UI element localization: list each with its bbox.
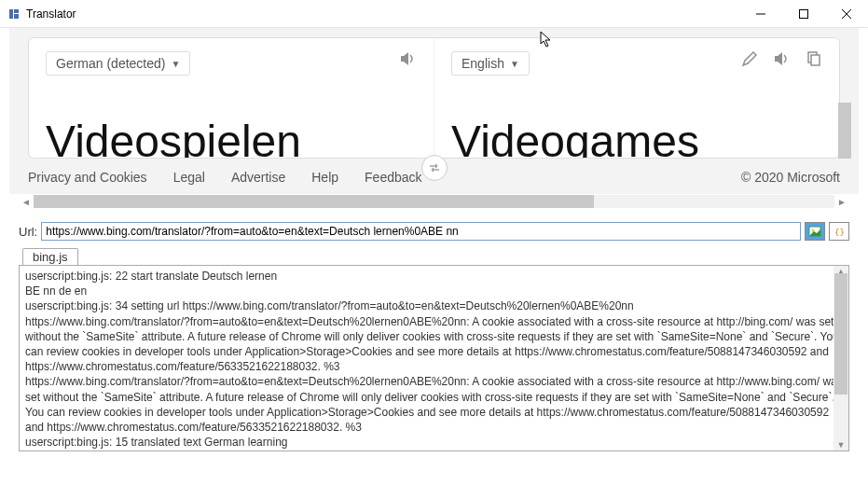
titlebar: Translator [0,0,868,28]
footer-link-advertise[interactable]: Advertise [231,170,285,185]
speaker-icon[interactable] [398,49,417,68]
console-scroll-thumb[interactable] [834,273,847,395]
console-line: BE nn old size 21 0 [25,450,843,451]
scroll-track[interactable] [34,195,834,208]
tab-bingjs[interactable]: bing.js [22,248,78,265]
copy-icon[interactable] [804,49,822,68]
app-icon [7,7,21,21]
tab-row: bing.js [22,248,849,265]
target-text: Videogames [451,116,699,159]
scroll-right-arrow[interactable]: ► [834,197,849,207]
url-row: Url: {} [19,222,849,241]
footer-copyright: © 2020 Microsoft [741,170,840,185]
console-line: userscript:bing.js: 34 setting url https… [25,298,843,313]
chevron-down-icon: ▼ [510,59,519,69]
svg-rect-4 [800,9,808,18]
devtools-icon[interactable]: {} [829,222,849,241]
console-line: userscript:bing.js: 22 start translate D… [25,269,843,284]
svg-rect-0 [9,9,13,19]
horizontal-scrollbar[interactable]: ◄ ► [19,194,849,209]
screenshot-icon[interactable] [805,222,825,241]
console-line: https://www.bing.com/translator/?from=au… [25,314,843,375]
source-text[interactable]: Videospielen [46,116,301,159]
vertical-scrollbar-thumb[interactable] [838,103,851,159]
svg-rect-2 [14,14,19,19]
console-line: BE nn de en [25,284,843,298]
source-pane: German (detected) ▼ Videospielen [29,38,434,158]
source-language-label: German (detected) [56,56,166,71]
footer-link-legal[interactable]: Legal [173,170,205,185]
console-scrollbar[interactable]: ▲ ▼ [834,266,848,450]
console-output[interactable]: userscript:bing.js: 22 start translate D… [19,265,849,451]
scroll-down-arrow[interactable]: ▼ [834,439,848,450]
pencil-icon[interactable] [740,49,759,68]
svg-rect-1 [14,9,19,13]
chevron-down-icon: ▼ [172,59,181,69]
url-label: Url: [19,225,37,239]
footer-link-feedback[interactable]: Feedback [365,170,421,185]
translator-panel: German (detected) ▼ Videospielen English… [9,28,859,194]
target-language-label: English [462,56,504,71]
speaker-icon[interactable] [772,49,791,68]
target-language-select[interactable]: English ▼ [451,51,530,76]
maximize-button[interactable] [782,0,825,27]
window-title: Translator [26,7,739,21]
close-button[interactable] [825,0,868,27]
url-input[interactable] [41,222,801,241]
minimize-button[interactable] [739,0,782,27]
footer-link-help[interactable]: Help [311,170,338,185]
target-pane: English ▼ Videogames [434,38,839,158]
svg-text:{}: {} [834,228,845,237]
console-line: https://www.bing.com/translator/?from=au… [25,374,843,435]
scroll-thumb[interactable] [34,195,594,208]
translator-card: German (detected) ▼ Videospielen English… [28,37,840,159]
scroll-left-arrow[interactable]: ◄ [19,197,34,207]
footer-link-privacy[interactable]: Privacy and Cookies [28,170,147,185]
source-language-select[interactable]: German (detected) ▼ [46,51,190,76]
console-line: userscript:bing.js: 15 translated text G… [25,435,843,450]
svg-rect-8 [811,55,820,65]
